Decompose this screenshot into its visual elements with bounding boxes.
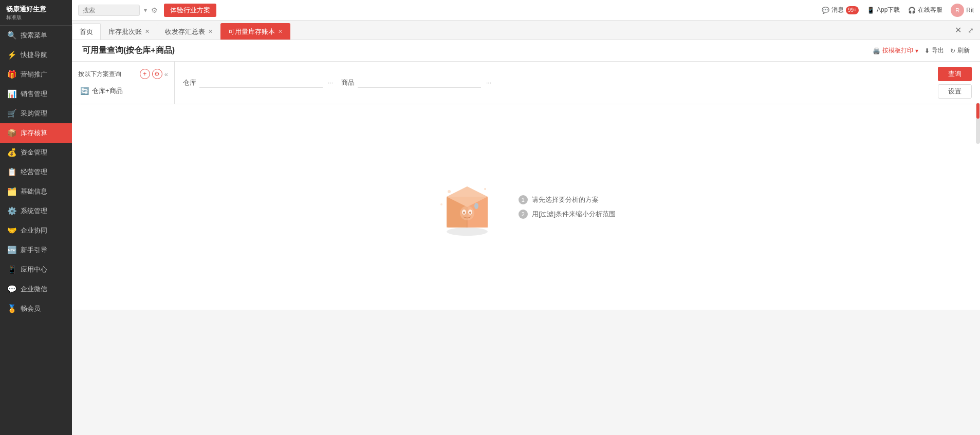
message-label: 消息 bbox=[831, 6, 844, 14]
sidebar-label-shortcut: 快捷导航 bbox=[21, 50, 47, 60]
tab-home[interactable]: 首页 bbox=[72, 23, 101, 40]
chevron-down-icon[interactable]: ▾ bbox=[144, 7, 147, 14]
sidebar-label-inventory: 库存核算 bbox=[21, 128, 47, 138]
empty-box-svg bbox=[436, 176, 498, 238]
sidebar-item-basic[interactable]: 🗂️基础信息 bbox=[0, 182, 72, 201]
page-title: 可用量查询(按仓库+商品) bbox=[82, 45, 175, 56]
hint-number-1: 1 bbox=[519, 195, 528, 204]
product-label: 商品 bbox=[341, 78, 355, 87]
tabbar-actions: ✕ ⤢ bbox=[953, 21, 980, 40]
scheme-item-warehouse-product[interactable]: 🔄 仓库+商品 bbox=[72, 83, 174, 99]
warehouse-input[interactable] bbox=[199, 78, 323, 88]
tab-label-home: 首页 bbox=[80, 27, 93, 36]
collapse-scheme-button[interactable]: « bbox=[164, 70, 168, 78]
sidebar-item-purchase[interactable]: 🛒采购管理 bbox=[0, 104, 72, 123]
sidebar-label-marketing: 营销推广 bbox=[21, 70, 47, 79]
svg-point-9 bbox=[463, 212, 465, 214]
sidebar-label-partner: 企业协同 bbox=[21, 226, 47, 235]
sidebar-item-member[interactable]: 🏅畅会员 bbox=[0, 299, 72, 318]
query-button[interactable]: 查询 bbox=[938, 67, 972, 81]
sidebar-item-partner[interactable]: 🤝企业协同 bbox=[0, 221, 72, 240]
purchase-icon: 🛒 bbox=[7, 109, 16, 118]
empty-state: 1 请先选择要分析的方案 2 用[过滤]条件来缩小分析范围 bbox=[72, 104, 980, 310]
service-button[interactable]: 🎧 在线客服 bbox=[908, 6, 942, 14]
industry-button[interactable]: 体验行业方案 bbox=[164, 4, 216, 17]
refresh-icon: ↻ bbox=[950, 47, 955, 54]
scheme-item-label: 仓库+商品 bbox=[92, 86, 123, 96]
finance-icon: 💰 bbox=[7, 148, 16, 157]
warehouse-label: 仓库 bbox=[183, 78, 196, 87]
warehouse-more-button[interactable]: ··· bbox=[328, 79, 333, 86]
message-badge: 99+ bbox=[846, 6, 859, 14]
sidebar-logo-sub: 标准版 bbox=[6, 14, 66, 21]
sidebar-item-marketing[interactable]: 🎁营销推广 bbox=[0, 65, 72, 84]
sidebar-item-system[interactable]: ⚙️系统管理 bbox=[0, 201, 72, 221]
scheme-panel-header: 按以下方案查询 + ⚙ « bbox=[72, 67, 174, 83]
sidebar-label-search: 搜索菜单 bbox=[21, 31, 47, 40]
marketing-icon: 🎁 bbox=[7, 70, 16, 79]
sidebar-item-guide[interactable]: 🆕新手引导 bbox=[0, 240, 72, 260]
main-area: ▾ ⚙ 体验行业方案 💬 消息 99+ 📱 App下载 🎧 在线客服 R Rit bbox=[72, 0, 980, 435]
expand-button[interactable]: ⤢ bbox=[966, 24, 976, 36]
tab-label-summary: 收发存汇总表 bbox=[165, 27, 205, 36]
sidebar-item-operations[interactable]: 📋经营管理 bbox=[0, 162, 72, 182]
template-print-button[interactable]: 🖨️ 按模板打印 ▾ bbox=[873, 46, 918, 55]
settings-button[interactable]: 设置 bbox=[938, 84, 972, 99]
close-tab-available[interactable]: ✕ bbox=[278, 28, 283, 35]
scrollbar-thumb bbox=[976, 103, 979, 119]
tab-batch[interactable]: 库存批次账✕ bbox=[101, 23, 157, 40]
search-input[interactable] bbox=[78, 5, 140, 16]
sidebar-item-finance[interactable]: 💰资金管理 bbox=[0, 143, 72, 162]
partner-icon: 🤝 bbox=[7, 226, 16, 235]
hint-text-1: 请先选择要分析的方案 bbox=[532, 195, 599, 204]
scheme-label: 按以下方案查询 bbox=[78, 70, 121, 79]
sidebar-item-shortcut[interactable]: ⚡快捷导航 bbox=[0, 45, 72, 65]
gear-icon[interactable]: ⚙ bbox=[151, 6, 158, 14]
product-filter-group: 商品 ··· bbox=[341, 78, 491, 88]
product-input[interactable] bbox=[358, 78, 481, 88]
topbar-right: 💬 消息 99+ 📱 App下载 🎧 在线客服 R Rit bbox=[822, 4, 974, 17]
user-menu[interactable]: R Rit bbox=[951, 4, 974, 17]
settings-scheme-button[interactable]: ⚙ bbox=[152, 69, 162, 79]
add-scheme-button[interactable]: + bbox=[140, 69, 150, 79]
svg-point-13 bbox=[484, 188, 486, 190]
svg-point-14 bbox=[440, 203, 442, 205]
export-icon: ⬇ bbox=[924, 47, 930, 54]
sidebar-item-search[interactable]: 🔍搜索菜单 bbox=[0, 26, 72, 45]
query-area: 按以下方案查询 + ⚙ « 🔄 仓库+商品 仓库 ··· bbox=[72, 62, 980, 104]
close-tab-batch[interactable]: ✕ bbox=[145, 28, 150, 35]
sidebar-label-operations: 经营管理 bbox=[21, 167, 47, 177]
app-download-button[interactable]: 📱 App下载 bbox=[867, 6, 900, 14]
sidebar-label-purchase: 采购管理 bbox=[21, 109, 47, 118]
empty-hint-1: 1 请先选择要分析的方案 bbox=[519, 195, 616, 204]
sidebar-item-sales[interactable]: 📊销售管理 bbox=[0, 84, 72, 104]
sidebar-item-apps[interactable]: 📱应用中心 bbox=[0, 260, 72, 279]
export-label: 导出 bbox=[932, 46, 944, 55]
tab-available[interactable]: 可用量库存账本✕ bbox=[220, 23, 290, 40]
tab-summary[interactable]: 收发存汇总表✕ bbox=[157, 23, 220, 40]
tabbar: 首页库存批次账✕收发存汇总表✕可用量库存账本✕ ✕ ⤢ bbox=[72, 21, 980, 40]
sidebar-label-wechat: 企业微信 bbox=[21, 285, 47, 294]
close-tab-button[interactable]: ✕ bbox=[953, 23, 964, 37]
right-scrollbar[interactable] bbox=[976, 103, 980, 144]
page-header: 可用量查询(按仓库+商品) 🖨️ 按模板打印 ▾ ⬇ 导出 ↻ 刷新 bbox=[72, 40, 980, 62]
filter-actions: 查询 设置 bbox=[938, 67, 972, 99]
app-label: App下载 bbox=[877, 6, 900, 14]
sidebar-header: 畅康通好生意 标准版 bbox=[0, 0, 72, 26]
shortcut-icon: ⚡ bbox=[7, 50, 16, 60]
sidebar-label-finance: 资金管理 bbox=[21, 148, 47, 157]
message-button[interactable]: 💬 消息 99+ bbox=[822, 6, 859, 14]
wechat-icon: 💬 bbox=[7, 285, 16, 294]
page-actions: 🖨️ 按模板打印 ▾ ⬇ 导出 ↻ 刷新 bbox=[873, 46, 970, 55]
export-button[interactable]: ⬇ 导出 bbox=[924, 46, 944, 55]
operations-icon: 📋 bbox=[7, 167, 16, 177]
service-label: 在线客服 bbox=[918, 6, 942, 14]
refresh-button[interactable]: ↻ 刷新 bbox=[950, 46, 970, 55]
warehouse-filter-group: 仓库 ··· bbox=[183, 78, 333, 88]
sidebar: 畅康通好生意 标准版 🔍搜索菜单⚡快捷导航🎁营销推广📊销售管理🛒采购管理📦库存核… bbox=[0, 0, 72, 435]
close-tab-summary[interactable]: ✕ bbox=[208, 28, 213, 35]
svg-point-11 bbox=[474, 203, 478, 209]
product-more-button[interactable]: ··· bbox=[486, 79, 491, 86]
sidebar-item-wechat[interactable]: 💬企业微信 bbox=[0, 279, 72, 299]
sidebar-item-inventory[interactable]: 📦库存核算 bbox=[0, 123, 72, 143]
